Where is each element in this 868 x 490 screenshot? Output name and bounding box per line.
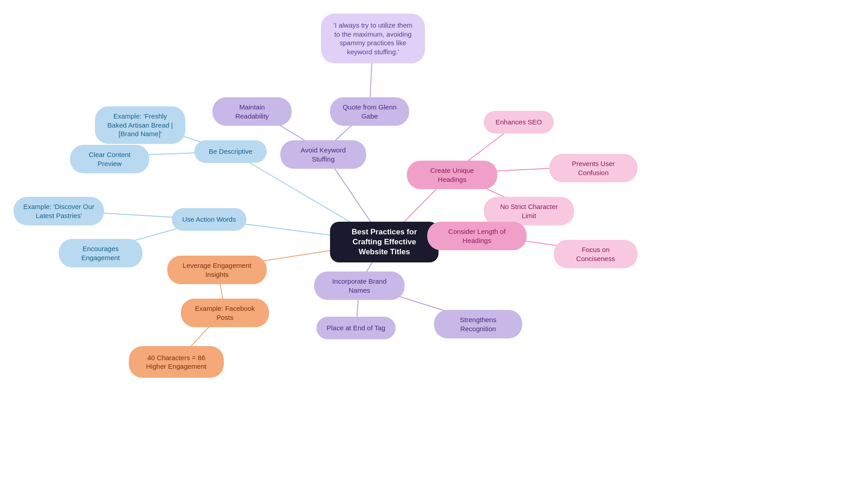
node-example-facebook[interactable]: Example: Facebook Posts bbox=[181, 299, 269, 327]
node-consider-length[interactable]: Consider Length of Headings bbox=[427, 222, 527, 250]
node-create-unique[interactable]: Create Unique Headings bbox=[407, 161, 497, 189]
node-no-strict-limit[interactable]: No Strict Character Limit bbox=[484, 197, 574, 225]
node-leverage-engagement[interactable]: Leverage Engagement Insights bbox=[167, 256, 267, 284]
node-quote-text[interactable]: 'I always try to utilize them to the max… bbox=[321, 14, 425, 63]
node-prevents-user-confusion[interactable]: Prevents User Confusion bbox=[549, 154, 637, 182]
node-quote-glenn[interactable]: Quote from Glenn Gabe bbox=[330, 97, 409, 126]
node-center[interactable]: Best Practices for Crafting Effective We… bbox=[330, 222, 439, 262]
node-place-end-tag[interactable]: Place at End of Tag bbox=[316, 317, 396, 339]
node-enhances-seo[interactable]: Enhances SEO bbox=[484, 111, 554, 133]
node-strengthens-recognition[interactable]: Strengthens Recognition bbox=[434, 310, 522, 338]
mindmap-container: Best Practices for Crafting Effective We… bbox=[0, 0, 868, 490]
node-incorporate-brand[interactable]: Incorporate Brand Names bbox=[314, 271, 405, 300]
node-avoid-keyword-stuffing[interactable]: Avoid Keyword Stuffing bbox=[280, 140, 366, 169]
node-be-descriptive[interactable]: Be Descriptive bbox=[194, 140, 267, 163]
node-example-freshly[interactable]: Example: 'Freshly Baked Artisan Bread | … bbox=[95, 106, 185, 144]
node-focus-conciseness[interactable]: Focus on Conciseness bbox=[554, 240, 637, 268]
node-maintain-readability[interactable]: Maintain Readability bbox=[212, 97, 292, 126]
node-clear-content[interactable]: Clear Content Preview bbox=[70, 145, 149, 173]
node-40-characters[interactable]: 40 Characters = 86 Higher Engagement bbox=[129, 346, 224, 378]
node-use-action-words[interactable]: Use Action Words bbox=[172, 208, 246, 231]
node-encourages-engagement[interactable]: Encourages Engagement bbox=[59, 239, 142, 267]
node-example-discover[interactable]: Example: 'Discover Our Latest Pastries' bbox=[14, 197, 104, 225]
